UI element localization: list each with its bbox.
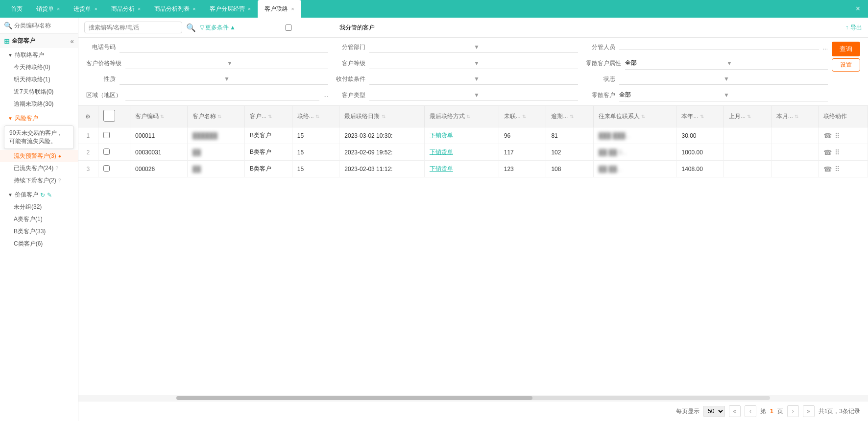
last-page-button[interactable]: » bbox=[803, 405, 815, 417]
tab-analysis-list-close[interactable]: × bbox=[193, 6, 195, 12]
value-group-refresh-icon[interactable]: ↻ bbox=[40, 192, 45, 198]
customer-type-select[interactable]: ▼ bbox=[369, 90, 578, 101]
more-conditions-button[interactable]: ▽ 更多条件 ▲ bbox=[200, 24, 236, 32]
row-checkbox-2[interactable] bbox=[98, 144, 130, 161]
scrollbar-track[interactable] bbox=[176, 396, 770, 400]
tab-customer-contact[interactable]: 客户联络 × bbox=[258, 0, 301, 18]
col-name[interactable]: 客户名称 ⇅ bbox=[188, 106, 245, 127]
nature-select[interactable]: ▼ bbox=[120, 74, 328, 85]
col-contact[interactable]: 联络... ⇅ bbox=[292, 106, 339, 127]
zero-customer-select[interactable]: 全部 ▼ bbox=[619, 89, 828, 101]
col-overdue[interactable]: 逾期... ⇅ bbox=[546, 106, 594, 127]
dept-label: 分管部门 bbox=[336, 43, 365, 51]
grid-icon: ⊞ bbox=[4, 37, 10, 45]
tab-customer-tier[interactable]: 客户分层经营 × bbox=[203, 0, 258, 18]
row-last-way-2[interactable]: 下销货单 bbox=[424, 144, 499, 161]
row-code-3: 000026 bbox=[130, 161, 188, 177]
data-table: ⚙ 客户编码 ⇅ 客户名称 ⇅ bbox=[78, 106, 868, 177]
sidebar-item-class-a[interactable]: A类客户(1) bbox=[0, 213, 78, 225]
col-not-contacted[interactable]: 未联... ⇅ bbox=[499, 106, 546, 127]
sidebar-item-7days[interactable]: 近7天待联络(0) bbox=[0, 86, 78, 98]
person-ellipsis[interactable]: ... bbox=[823, 44, 828, 51]
payment-select[interactable]: ▼ bbox=[369, 74, 578, 85]
next-page-button[interactable]: › bbox=[787, 405, 799, 417]
settings-button[interactable]: 设置 bbox=[832, 58, 860, 72]
first-page-button[interactable]: « bbox=[729, 405, 741, 417]
row-action-msg-icon-2[interactable]: ☎ bbox=[823, 149, 832, 156]
region-ellipsis[interactable]: ... bbox=[323, 92, 328, 99]
tab-analysis[interactable]: 商品分析 × bbox=[104, 0, 147, 18]
my-customers-label: 我分管的客户 bbox=[339, 24, 375, 32]
dept-select[interactable]: ▼ bbox=[369, 42, 578, 53]
sidebar-item-already-lost[interactable]: 已流失客户(24) ? bbox=[0, 162, 78, 174]
tab-analysis-list[interactable]: 商品分析列表 × bbox=[147, 0, 202, 18]
col-last-date[interactable]: 最后联络日期 ⇅ bbox=[339, 106, 424, 127]
price-tier-select[interactable]: ▼ bbox=[125, 58, 328, 69]
my-customers-checkbox[interactable] bbox=[240, 25, 338, 31]
tab-customer-tier-close[interactable]: × bbox=[248, 6, 251, 12]
row-last-way-1[interactable]: 下销货单 bbox=[424, 127, 499, 144]
sidebar-item-class-c[interactable]: C类客户(6) bbox=[0, 238, 78, 250]
sidebar-item-continuous-down[interactable]: 持续下滑客户(2) ? bbox=[0, 174, 78, 187]
select-all-checkbox[interactable] bbox=[103, 110, 115, 122]
my-customers-checkbox-label[interactable]: 我分管的客户 bbox=[240, 24, 375, 32]
status-select[interactable]: ▼ bbox=[619, 74, 828, 85]
sidebar-item-overdue[interactable]: 逾期未联络(30) bbox=[0, 98, 78, 110]
search-input[interactable] bbox=[84, 22, 182, 33]
sidebar-item-class-b[interactable]: B类客户(33) bbox=[0, 225, 78, 238]
sidebar-collapse-button[interactable]: « bbox=[70, 37, 74, 45]
sidebar-group-value-header[interactable]: ▼ 价值客户 ↻ ✎ bbox=[0, 189, 78, 201]
tab-home[interactable]: 首页 bbox=[4, 0, 29, 18]
per-page-select[interactable]: 50 bbox=[703, 406, 725, 417]
row-action-more-icon-2[interactable]: ⠿ bbox=[835, 149, 840, 156]
row-last-way-3[interactable]: 下销货单 bbox=[424, 161, 499, 177]
sidebar-item-tomorrow[interactable]: 明天待联络(1) bbox=[0, 74, 78, 86]
tab-purchase-close[interactable]: × bbox=[94, 6, 97, 12]
col-settings[interactable]: ⚙ bbox=[78, 106, 98, 127]
row-action-msg-icon-3[interactable]: ☎ bbox=[823, 165, 832, 173]
tab-customer-contact-close[interactable]: × bbox=[291, 6, 294, 12]
query-button[interactable]: 查询 bbox=[832, 42, 860, 56]
col-code[interactable]: 客户编码 ⇅ bbox=[130, 106, 188, 127]
export-icon: ↑ bbox=[845, 24, 848, 31]
scrollbar-thumb[interactable] bbox=[176, 396, 532, 400]
horizontal-scrollbar[interactable] bbox=[78, 395, 868, 401]
search-button[interactable]: 🔍 bbox=[186, 23, 196, 32]
sidebar-all-customers[interactable]: ⊞ 全部客户 « bbox=[0, 34, 78, 48]
sidebar-search-input[interactable] bbox=[14, 22, 78, 29]
tier-select[interactable]: ▼ bbox=[369, 58, 578, 69]
col-this-month[interactable]: 本月... ⇅ bbox=[771, 106, 819, 127]
col-checkbox[interactable] bbox=[98, 106, 130, 127]
row-checkbox-1[interactable] bbox=[98, 127, 130, 144]
sidebar-group-risk-header[interactable]: ▼ 风险客户 bbox=[0, 112, 78, 124]
row-action-more-icon-1[interactable]: ⠿ bbox=[835, 132, 840, 140]
tab-purchase[interactable]: 进货单 × bbox=[67, 0, 104, 18]
col-last-month[interactable]: 上月... ⇅ bbox=[724, 106, 772, 127]
row-not-contacted-3: 123 bbox=[499, 161, 546, 177]
export-button[interactable]: ↑ 导出 bbox=[845, 24, 862, 32]
region-input[interactable] bbox=[125, 90, 319, 101]
col-this-year[interactable]: 本年... ⇅ bbox=[676, 106, 724, 127]
settings-col-icon[interactable]: ⚙ bbox=[85, 113, 91, 120]
col-type[interactable]: 客户... ⇅ bbox=[245, 106, 292, 127]
tab-analysis-close[interactable]: × bbox=[138, 6, 141, 12]
sidebar-item-today[interactable]: 今天待联络(0) bbox=[0, 61, 78, 74]
row-action-more-icon-3[interactable]: ⠿ bbox=[835, 165, 840, 173]
col-contact-person[interactable]: 往来单位联系人 ⇅ bbox=[594, 106, 676, 127]
sidebar-item-unclassified[interactable]: 未分组(32) bbox=[0, 201, 78, 213]
zero-attr-select[interactable]: 全部 ▼ bbox=[625, 57, 828, 70]
person-select[interactable] bbox=[619, 45, 819, 50]
row-checkbox-3[interactable] bbox=[98, 161, 130, 177]
tab-sales[interactable]: 销货单 × bbox=[29, 0, 67, 18]
value-group-edit-icon[interactable]: ✎ bbox=[47, 192, 52, 198]
current-page-number: 1 bbox=[770, 408, 773, 415]
row-action-msg-icon-1[interactable]: ☎ bbox=[823, 132, 832, 140]
sidebar-group-pending-header[interactable]: ▼ 待联络客户 bbox=[0, 49, 78, 61]
prev-page-button[interactable]: ‹ bbox=[745, 405, 756, 417]
col-overdue-label: 逾期... bbox=[551, 113, 568, 120]
col-last-way[interactable]: 最后联络方式 ⇅ bbox=[424, 106, 499, 127]
sidebar-item-loss-warning[interactable]: 流失预警客户(3) ● bbox=[0, 150, 78, 162]
tab-sales-close[interactable]: × bbox=[57, 6, 60, 12]
phone-input[interactable] bbox=[120, 42, 328, 53]
close-app-button[interactable]: × bbox=[852, 4, 864, 13]
